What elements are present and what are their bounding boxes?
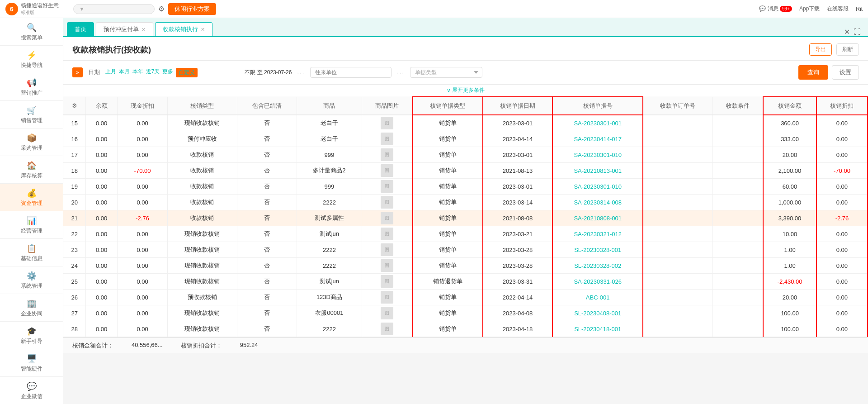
td-verify-bill-no[interactable]: SL-20230418-001 (552, 321, 642, 337)
td-verify-bill-type: 销货单 (413, 305, 483, 321)
td-verify-bill-no[interactable]: SA-20230301-001 (552, 115, 642, 131)
td-verify-bill-date: 2023-04-14 (483, 131, 553, 147)
td-verify-type: 现销收款核销 (168, 242, 237, 258)
td-verify-bill-type: 销货单 (413, 115, 483, 131)
td-verify-bill-no[interactable]: SA-20230321-012 (552, 226, 642, 242)
td-verify-bill-no[interactable]: SA-20230414-017 (552, 131, 642, 147)
from-unit-input[interactable] (310, 67, 392, 78)
td-verify-bill-type: 销货单 (413, 131, 483, 147)
td-verify-bill-date: 2023-04-18 (483, 321, 553, 337)
td-receipt-condition (712, 258, 763, 274)
single-type-select[interactable]: 单据类型 (410, 67, 482, 78)
td-verify-bill-no[interactable]: SL-20230328-001 (552, 242, 642, 258)
sidebar-item-search[interactable]: 🔍 搜索菜单 (0, 18, 63, 46)
filter-this-year[interactable]: 本年 (132, 68, 143, 77)
td-receipt-condition (712, 274, 763, 290)
td-verify-bill-no[interactable]: ABC-001 (552, 290, 642, 305)
td-verify-discount: 0.00 (816, 274, 868, 290)
tab-prepay[interactable]: 预付冲应付单 ✕ (96, 22, 153, 36)
filter-custom-label[interactable]: 自定义 (176, 68, 198, 77)
td-cash-discount: 0.00 (117, 115, 167, 131)
sidebar-item-base-info[interactable]: 📋 基础信息 (0, 239, 63, 266)
td-verify-bill-no[interactable]: SA-20230314-008 (552, 195, 642, 210)
filter-toggle-button[interactable]: » (72, 67, 83, 77)
td-balance: 0.00 (86, 290, 117, 305)
footer-verify-amount-total: 40,556,66... (132, 342, 163, 350)
td-receipt-order-no (643, 179, 712, 195)
sidebar-item-quick-nav[interactable]: ⚡ 快捷导航 (0, 46, 63, 73)
message-icon[interactable]: 💬 消息 99+ (759, 5, 792, 13)
th-verify-bill-type: 核销单据类型 (413, 97, 483, 115)
solution-button[interactable]: 休闲行业方案 (168, 3, 216, 15)
th-settings[interactable]: ⚙ (63, 97, 86, 115)
td-verify-bill-type: 销货单 (413, 195, 483, 210)
td-include-cleared: 否 (237, 226, 297, 242)
sidebar-label-enterprise: 企业协同 (21, 310, 42, 318)
td-verify-bill-no[interactable]: SA-20230301-010 (552, 179, 642, 195)
td-verify-type: 现销收款核销 (168, 258, 237, 274)
sidebar-item-sales[interactable]: 🛒 销售管理 (0, 101, 63, 128)
settings-gear-icon[interactable]: ⚙ (72, 102, 77, 109)
td-include-cleared: 否 (237, 242, 297, 258)
main-layout: 🔍 搜索菜单 ⚡ 快捷导航 📢 营销推广 🛒 销售管理 📦 采购管理 🏠 库存核… (0, 18, 868, 404)
tab-close-icon[interactable]: ✕ (844, 28, 850, 36)
th-receipt-condition: 收款条件 (712, 97, 763, 115)
sidebar-item-purchase[interactable]: 📦 采购管理 (0, 128, 63, 156)
filter-this-month[interactable]: 本月 (119, 68, 130, 77)
settings-button[interactable]: 设置 (832, 65, 859, 80)
sidebar-label-guide: 新手引导 (21, 337, 42, 345)
sidebar-item-hardware[interactable]: 🖥️ 智能硬件 (0, 349, 63, 377)
filter-last-month[interactable]: 上月 (105, 68, 116, 77)
td-verify-bill-no[interactable]: SL-20230328-002 (552, 258, 642, 274)
sidebar-item-operations[interactable]: 📊 经营管理 (0, 211, 63, 239)
td-receipt-order-no (643, 274, 712, 290)
gear-icon[interactable]: ⚙ (158, 5, 165, 13)
sidebar-item-enterprise[interactable]: 🏢 企业协同 (0, 294, 63, 322)
sidebar-item-wechat[interactable]: 💬 企业微信 (0, 377, 63, 404)
td-verify-bill-no[interactable]: SA-20230301-010 (552, 147, 642, 163)
base-info-icon: 📋 (27, 243, 37, 253)
td-verify-type: 收款核销 (168, 195, 237, 210)
tab-receipt[interactable]: 收款核销执行 ✕ (155, 22, 212, 36)
th-verify-amount: 核销金额 (763, 97, 816, 115)
sidebar-label-marketing: 营销推广 (21, 89, 42, 97)
sidebar-item-funds[interactable]: 💰 资金管理 (0, 184, 63, 211)
app-download-link[interactable]: App下载 (799, 5, 820, 13)
online-service-link[interactable]: 在线客服 (827, 5, 849, 13)
expand-bar: ∨ 展开更多条件 (63, 85, 868, 96)
td-verify-bill-type: 销货单 (413, 147, 483, 163)
sidebar-item-inventory[interactable]: 🏠 库存核算 (0, 156, 63, 184)
table-row: 20 0.00 0.00 收款核销 否 2222 图 销货单 2023-03-1… (63, 195, 868, 210)
td-verify-discount: 0.00 (816, 131, 868, 147)
sidebar-item-system[interactable]: ⚙️ 系统管理 (0, 266, 63, 294)
td-no: 23 (63, 242, 86, 258)
td-balance: 0.00 (86, 258, 117, 274)
td-verify-bill-no[interactable]: SA-20230331-026 (552, 274, 642, 290)
td-receipt-order-no (643, 131, 712, 147)
sidebar-item-marketing[interactable]: 📢 营销推广 (0, 73, 63, 101)
td-verify-bill-no[interactable]: SA-20210808-001 (552, 210, 642, 226)
td-include-cleared: 否 (237, 210, 297, 226)
td-verify-type: 现销收款核销 (168, 321, 237, 337)
refresh-button[interactable]: 刷新 (836, 43, 859, 56)
td-goods-img: 图 (362, 274, 412, 290)
export-button[interactable]: 导出 (809, 43, 832, 56)
td-receipt-order-no (643, 305, 712, 321)
td-include-cleared: 否 (237, 147, 297, 163)
sidebar-item-guide[interactable]: 🎓 新手引导 (0, 322, 63, 349)
table-row: 15 0.00 0.00 现销收款核销 否 老白干 图 销货单 2023-03-… (63, 115, 868, 131)
guide-icon: 🎓 (27, 326, 37, 336)
tab-expand-icon[interactable]: ⛶ (854, 28, 861, 36)
tab-prepay-close[interactable]: ✕ (142, 27, 146, 33)
td-verify-bill-no[interactable]: SA-20210813-001 (552, 163, 642, 179)
filter-more[interactable]: 更多 (162, 68, 173, 77)
td-verify-bill-no[interactable]: SL-20230408-001 (552, 305, 642, 321)
td-balance: 0.00 (86, 195, 117, 210)
expand-more-button[interactable]: ∨ 展开更多条件 (63, 85, 868, 96)
tab-home[interactable]: 首页 (67, 22, 94, 36)
tab-receipt-close[interactable]: ✕ (201, 27, 205, 33)
query-button[interactable]: 查询 (798, 65, 828, 80)
th-verify-discount: 核销折扣 (816, 97, 868, 115)
td-cash-discount: 0.00 (117, 195, 167, 210)
filter-7days[interactable]: 近7天 (146, 68, 160, 77)
